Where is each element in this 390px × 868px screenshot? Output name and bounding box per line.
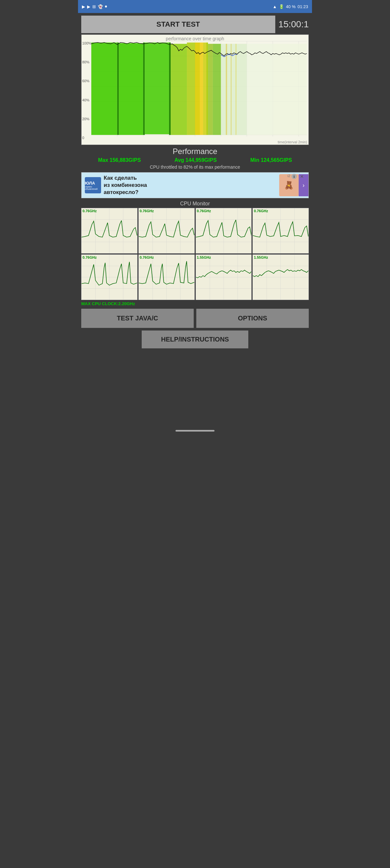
svg-rect-17 (143, 42, 145, 135)
svg-rect-31 (226, 44, 227, 135)
performance-graph: performance over time graph 0 20% 40% 60… (81, 34, 309, 145)
svg-rect-22 (195, 42, 200, 135)
performance-title: Performance (81, 147, 309, 156)
cpu-cell-1: 0.76GHz (81, 208, 138, 253)
ad-close-button[interactable]: ✕ (300, 174, 304, 179)
svg-rect-26 (208, 44, 213, 135)
home-bar (176, 430, 214, 432)
y-label-100: 100% (82, 41, 91, 45)
svg-rect-16 (119, 43, 143, 135)
svg-rect-25 (206, 42, 208, 135)
cpu-freq-7: 1.55GHz (197, 255, 211, 259)
cpu-cell-7: 1.55GHz (196, 254, 252, 300)
max-cpu-clock: MAX CPU CLOCK:2.20GHz (81, 301, 309, 306)
ad-number: i2 (287, 174, 290, 178)
svg-rect-21 (187, 42, 195, 135)
svg-rect-29 (247, 44, 273, 135)
wifi-icon: ▲ (273, 4, 277, 9)
cpu-freq-5: 0.76GHz (83, 255, 96, 259)
status-right: ▲ 🔋 40 % 01:23 (273, 4, 308, 9)
time-label: time(interval 2min) (278, 140, 307, 144)
bottom-buttons: TEST JAVA/C OPTIONS (81, 309, 309, 328)
top-row: START TEST 15:00:1 (81, 16, 309, 33)
cpu-freq-6: 0.76GHz (140, 255, 154, 259)
timer-display: 15:00:1 (278, 19, 309, 30)
perf-avg: Avg 144,959GIPS (175, 157, 217, 163)
main-content: START TEST 15:00:1 performance over time… (78, 13, 312, 356)
graph-svg (82, 35, 308, 145)
ghost-icon: 👻 (98, 4, 103, 9)
svg-rect-14 (91, 42, 117, 135)
cpu-grid: 0.76GHz 0.76GHz (81, 208, 309, 300)
youtube2-icon: ▶ (87, 4, 90, 9)
throttle-text: CPU throttled to 82% of its max performa… (81, 164, 309, 169)
svg-rect-23 (200, 42, 203, 135)
y-label-40: 40% (82, 98, 91, 102)
svg-rect-32 (231, 44, 232, 135)
ad-logo: ЮЛА сервис объявлений (85, 177, 101, 193)
cpu-cell-6: 0.76GHz (139, 254, 195, 300)
svg-rect-28 (221, 44, 247, 135)
cpu-graph-1 (82, 208, 137, 253)
cpu-freq-2: 0.76GHz (140, 209, 154, 213)
cpu-cell-4: 0.76GHz (252, 208, 309, 253)
cpu-freq-3: 0.76GHz (197, 209, 211, 213)
cpu-cell-5: 0.76GHz (81, 254, 138, 300)
cpu-freq-1: 0.76GHz (83, 209, 96, 213)
svg-rect-30 (273, 44, 307, 135)
perf-max: Max 156,883GIPS (98, 157, 141, 163)
svg-rect-33 (236, 44, 237, 135)
graph-title: performance over time graph (82, 36, 308, 41)
status-left: ▶ ▶ ⊞ 👻 (82, 4, 107, 9)
options-button[interactable]: OPTIONS (196, 309, 309, 328)
ad-banner[interactable]: ЮЛА сервис объявлений Как сделатьиз комб… (81, 172, 309, 198)
battery-percent: 40 % (286, 4, 296, 9)
cpu-freq-4: 0.76GHz (254, 209, 268, 213)
y-label-20: 20% (82, 117, 91, 121)
svg-rect-24 (203, 42, 206, 135)
cpu-graph-6 (139, 255, 194, 300)
ad-text: Как сделатьиз комбинезонаавтокресло? (104, 175, 147, 196)
svg-rect-20 (171, 44, 187, 135)
performance-stats: Max 156,883GIPS Avg 144,959GIPS Min 124,… (81, 157, 309, 163)
cpu-cell-2: 0.76GHz (139, 208, 195, 253)
y-label-60: 60% (82, 79, 91, 83)
perf-min: Min 124,565GIPS (250, 157, 292, 163)
cpu-graph-7 (196, 255, 251, 300)
cpu-cell-3: 0.76GHz (196, 208, 252, 253)
svg-rect-15 (117, 42, 119, 135)
dot-icon (105, 5, 107, 7)
app-icon: ⊞ (92, 4, 96, 9)
y-label-0: 0 (82, 136, 91, 140)
svg-rect-19 (169, 42, 171, 135)
help-instructions-button[interactable]: HELP/INSTRUCTIONS (142, 331, 249, 348)
cpu-graph-2 (139, 208, 194, 253)
svg-rect-27 (213, 44, 221, 135)
svg-rect-18 (145, 42, 169, 134)
ad-info-button[interactable]: ℹ (292, 174, 297, 179)
y-axis-labels: 0 20% 40% 60% 80% 100% (82, 41, 91, 140)
cpu-freq-8: 1.55GHz (254, 255, 268, 259)
youtube-icon: ▶ (82, 4, 85, 9)
start-test-button[interactable]: START TEST (81, 16, 275, 33)
status-bar: ▶ ▶ ⊞ 👻 ▲ 🔋 40 % 01:23 (78, 0, 312, 13)
battery-icon: 🔋 (279, 4, 284, 9)
y-label-80: 80% (82, 60, 91, 64)
test-java-c-button[interactable]: TEST JAVA/C (81, 309, 194, 328)
cpu-cell-8: 1.55GHz (252, 254, 309, 300)
cpu-graph-5 (82, 255, 137, 300)
cpu-graph-8 (253, 255, 308, 300)
cpu-monitor-title: CPU Monitor (81, 201, 309, 207)
time-display: 01:23 (297, 4, 308, 9)
cpu-graph-3 (196, 208, 251, 253)
ad-left: ЮЛА сервис объявлений Как сделатьиз комб… (85, 175, 147, 196)
cpu-graph-4 (253, 208, 308, 253)
